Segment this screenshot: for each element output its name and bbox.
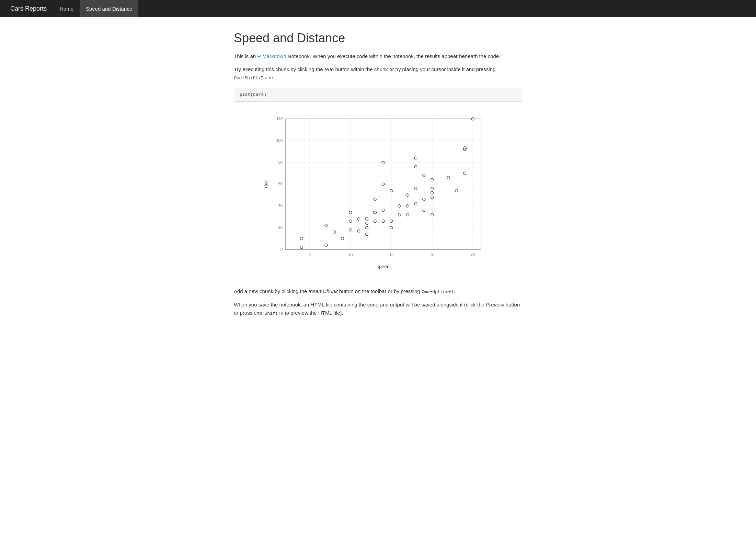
navbar-item-speed[interactable]: Speed and Distance bbox=[80, 0, 138, 17]
main-content: Speed and Distance This is an R Markdown… bbox=[224, 17, 532, 343]
intro2-mid: button within the chunk or by placing yo… bbox=[334, 66, 495, 72]
scatter-chart: speed dist 0 20 40 60 80 100 120 bbox=[261, 112, 495, 277]
ytick-100: 100 bbox=[276, 138, 283, 142]
footer-paragraph-2: When you save the notebook, an HTML file… bbox=[234, 301, 522, 317]
intro-paragraph-2: Try executing this chunk by clicking the… bbox=[234, 65, 522, 82]
xtick-5: 5 bbox=[309, 253, 311, 257]
ytick-20: 20 bbox=[278, 225, 283, 230]
navbar: Cars Reports Home Speed and Distance bbox=[0, 0, 756, 17]
intro-paragraph-1: This is an R Markdown Notebook. When you… bbox=[234, 52, 522, 60]
footer1-before: Add a new chunk by clicking the bbox=[234, 288, 309, 294]
xtick-25: 25 bbox=[471, 253, 475, 257]
footer1-after: button on the toolbar or by pressing bbox=[338, 288, 422, 294]
intro2-end: . bbox=[274, 75, 275, 80]
footer-paragraph-1: Add a new chunk by clicking the Insert C… bbox=[234, 287, 522, 296]
navbar-brand: Cars Reports bbox=[7, 5, 50, 12]
footer2-end: to preview the HTML file). bbox=[283, 310, 343, 316]
intro1-before: This is an bbox=[234, 53, 257, 59]
page-title: Speed and Distance bbox=[234, 31, 522, 45]
ytick-0: 0 bbox=[280, 247, 283, 251]
ytick-60: 60 bbox=[278, 182, 283, 186]
run-italic: Run bbox=[324, 66, 334, 72]
xtick-20: 20 bbox=[430, 253, 434, 257]
code-content: plot(cars) bbox=[240, 92, 266, 97]
intro1-after: Notebook. When you execute code within t… bbox=[286, 53, 501, 59]
ytick-120: 120 bbox=[276, 116, 283, 121]
r-markdown-link[interactable]: R Markdown bbox=[257, 53, 286, 59]
ytick-40: 40 bbox=[278, 203, 283, 208]
intro2-before: Try executing this chunk by clicking the bbox=[234, 66, 324, 72]
cmd-shift-enter: Cmd+Shift+Enter bbox=[234, 76, 274, 81]
xtick-10: 10 bbox=[348, 253, 353, 257]
insert-chunk-italic: Insert Chunk bbox=[309, 288, 338, 294]
navbar-item-home[interactable]: Home bbox=[54, 0, 80, 17]
footer1-end: . bbox=[454, 288, 455, 294]
code-block: plot(cars) bbox=[234, 88, 522, 102]
footer2-before: When you save the notebook, an HTML file… bbox=[234, 302, 486, 308]
xtick-15: 15 bbox=[389, 253, 393, 257]
cmd-shift-k: Cmd+Shift+K bbox=[254, 311, 283, 316]
cmd-option-i: Cmd+Option+I bbox=[422, 289, 454, 294]
x-axis-label: speed bbox=[377, 264, 390, 269]
footer-prose: Add a new chunk by clicking the Insert C… bbox=[234, 287, 522, 317]
prose-content: This is an R Markdown Notebook. When you… bbox=[234, 52, 522, 82]
chart-container: speed dist 0 20 40 60 80 100 120 bbox=[234, 112, 522, 277]
ytick-80: 80 bbox=[278, 160, 283, 164]
y-axis-label: dist bbox=[263, 180, 268, 188]
preview-italic: Preview bbox=[486, 302, 504, 308]
